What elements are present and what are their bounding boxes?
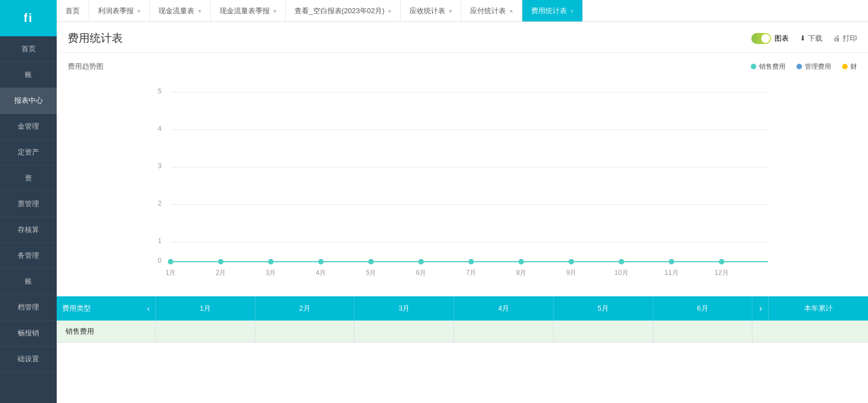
tab-expense-close[interactable]: × bbox=[570, 8, 574, 14]
download-label: 下载 bbox=[808, 34, 822, 43]
tab-profit-close[interactable]: × bbox=[137, 8, 140, 14]
sidebar-item-ledger[interactable]: 账 bbox=[0, 269, 57, 295]
tab-expense[interactable]: 费用统计表 × bbox=[522, 0, 583, 21]
svg-point-15 bbox=[268, 259, 274, 264]
svg-text:3月: 3月 bbox=[266, 269, 276, 277]
legend-mgmt: 管理费用 bbox=[796, 62, 831, 71]
sidebar-item-archive[interactable]: 档管理 bbox=[0, 295, 57, 321]
svg-point-22 bbox=[619, 259, 624, 264]
legend-sales: 销售费用 bbox=[751, 62, 785, 71]
content-area: 费用统计表 图表 ⬇ 下载 🖨 打印 费用趋势图 bbox=[57, 22, 868, 403]
th-col-4: 4月 bbox=[454, 296, 554, 321]
svg-text:5: 5 bbox=[158, 87, 162, 95]
svg-text:4月: 4月 bbox=[316, 269, 326, 277]
tab-profit-label: 利润表季报 bbox=[98, 6, 134, 16]
chart-header: 费用趋势图 销售费用 管理费用 财 bbox=[68, 62, 857, 71]
chart-svg: 5 4 3 2 1 0 bbox=[68, 77, 857, 286]
sidebar-item-assets[interactable]: 定资产 bbox=[0, 140, 57, 165]
sidebar-item-account[interactable]: 账 bbox=[0, 62, 57, 88]
chart-toggle[interactable] bbox=[751, 33, 771, 44]
sidebar-item-invoice[interactable]: 票管理 bbox=[0, 191, 57, 217]
th-col-1: 1月 bbox=[156, 296, 255, 321]
svg-text:8月: 8月 bbox=[516, 269, 527, 277]
tab-blank[interactable]: 查看_空白报表(2023年02月) × bbox=[286, 0, 401, 21]
svg-point-23 bbox=[669, 259, 674, 264]
tab-blank-close[interactable]: × bbox=[388, 8, 391, 14]
chart-container: 5 4 3 2 1 0 bbox=[68, 77, 857, 288]
sidebar-item-capital[interactable]: 资 bbox=[0, 165, 57, 191]
sidebar-item-expense[interactable]: 畅报销 bbox=[0, 321, 57, 346]
svg-text:2月: 2月 bbox=[216, 269, 226, 277]
tab-receivable-close[interactable]: × bbox=[449, 8, 452, 14]
tab-receivable[interactable]: 应收统计表 × bbox=[401, 0, 461, 21]
tab-bar: 首页 利润表季报 × 现金流量表 × 现金流量表季报 × 查看_空白报表(202… bbox=[57, 0, 868, 22]
svg-text:11月: 11月 bbox=[664, 269, 678, 277]
download-button[interactable]: ⬇ 下载 bbox=[800, 34, 822, 43]
table-header-row: 费用类型 ‹ 1月 2月 3月 4月 5月 6月 › 本年累计 bbox=[57, 296, 868, 321]
chart-title: 费用趋势图 bbox=[68, 62, 103, 71]
tab-payable-label: 应付统计表 bbox=[470, 6, 506, 16]
legend-mgmt-label: 管理费用 bbox=[805, 62, 831, 71]
main-area: 首页 利润表季报 × 现金流量表 × 现金流量表季报 × 查看_空白报表(202… bbox=[57, 0, 868, 403]
svg-point-21 bbox=[569, 259, 574, 264]
tab-cashflow-q[interactable]: 现金流量表季报 × bbox=[211, 0, 286, 21]
sidebar-item-service[interactable]: 务管理 bbox=[0, 243, 57, 269]
legend-mgmt-dot bbox=[796, 64, 802, 69]
tab-cashflow-close[interactable]: × bbox=[198, 8, 201, 14]
sidebar-item-home[interactable]: 首页 bbox=[0, 36, 57, 62]
tab-profit[interactable]: 利润表季报 × bbox=[89, 0, 150, 21]
svg-text:12月: 12月 bbox=[714, 269, 728, 277]
legend-sales-label: 销售费用 bbox=[759, 62, 785, 71]
td-sales-4 bbox=[454, 321, 554, 342]
td-type-sales: 销售费用 bbox=[57, 321, 156, 342]
td-sales-6 bbox=[653, 321, 753, 342]
th-nav-prev[interactable]: ‹ bbox=[147, 304, 150, 313]
sidebar-logo: fi bbox=[0, 0, 57, 36]
tab-expense-label: 费用统计表 bbox=[531, 6, 567, 16]
svg-text:4: 4 bbox=[158, 125, 162, 133]
th-col-3: 3月 bbox=[354, 296, 454, 321]
tab-receivable-label: 应收统计表 bbox=[410, 6, 445, 16]
sidebar-item-finance[interactable]: 金管理 bbox=[0, 114, 57, 140]
svg-point-14 bbox=[218, 259, 223, 264]
tab-payable-close[interactable]: × bbox=[509, 8, 512, 14]
legend-finance-dot bbox=[842, 64, 848, 69]
td-sales-3 bbox=[354, 321, 454, 342]
svg-point-13 bbox=[168, 259, 173, 264]
th-col-2: 2月 bbox=[255, 296, 355, 321]
th-nav-next-cell[interactable]: › bbox=[752, 296, 769, 321]
data-table-section: 费用类型 ‹ 1月 2月 3月 4月 5月 6月 › 本年累计 销售费用 bbox=[57, 296, 868, 343]
table-row-sales: 销售费用 bbox=[57, 321, 868, 343]
sidebar-item-settings[interactable]: 础设置 bbox=[0, 346, 57, 372]
tab-cashflow-label: 现金流量表 bbox=[159, 6, 194, 16]
tab-cashflow[interactable]: 现金流量表 × bbox=[150, 0, 210, 21]
legend-finance-label: 财 bbox=[850, 62, 857, 71]
td-sales-2 bbox=[255, 321, 355, 342]
th-col-5: 5月 bbox=[554, 296, 653, 321]
tab-home-label: 首页 bbox=[65, 6, 80, 16]
th-col-6: 6月 bbox=[653, 296, 753, 321]
svg-text:3: 3 bbox=[158, 162, 162, 170]
td-sales-1 bbox=[156, 321, 255, 342]
page-header: 费用统计表 图表 ⬇ 下载 🖨 打印 bbox=[57, 22, 868, 53]
chart-section: 费用趋势图 销售费用 管理费用 财 bbox=[57, 53, 868, 296]
svg-text:1: 1 bbox=[158, 237, 162, 245]
tab-home[interactable]: 首页 bbox=[57, 0, 89, 21]
svg-text:2: 2 bbox=[158, 200, 162, 207]
svg-point-17 bbox=[368, 259, 374, 264]
svg-text:6月: 6月 bbox=[416, 269, 427, 277]
svg-point-19 bbox=[468, 259, 474, 264]
tab-cashflow-q-label: 现金流量表季报 bbox=[220, 6, 270, 16]
tab-payable[interactable]: 应付统计表 × bbox=[461, 0, 522, 21]
tab-blank-label: 查看_空白报表(2023年02月) bbox=[294, 6, 384, 16]
th-type: 费用类型 ‹ bbox=[57, 296, 156, 321]
tab-cashflow-q-close[interactable]: × bbox=[273, 8, 276, 14]
sidebar-item-inventory[interactable]: 存核算 bbox=[0, 217, 57, 243]
legend-sales-dot bbox=[751, 64, 756, 69]
page-actions: 图表 ⬇ 下载 🖨 打印 bbox=[751, 33, 857, 44]
chart-legend: 销售费用 管理费用 财 bbox=[751, 62, 857, 71]
svg-point-18 bbox=[418, 259, 424, 264]
sidebar-item-reports[interactable]: 报表中心 bbox=[0, 88, 57, 114]
td-sales-total bbox=[769, 321, 868, 342]
print-button[interactable]: 🖨 打印 bbox=[833, 34, 857, 43]
